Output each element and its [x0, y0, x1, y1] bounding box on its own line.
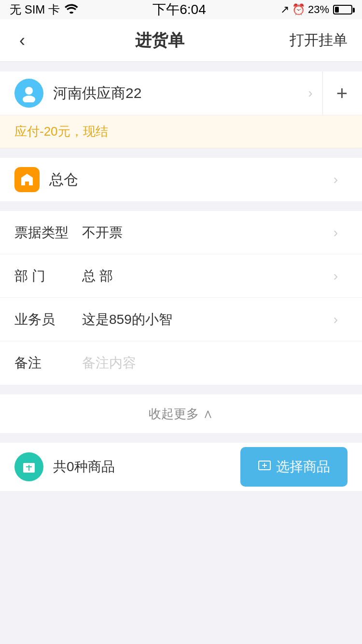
invoice-type-chevron-icon: ›	[334, 225, 338, 240]
salesperson-label: 业务员	[14, 310, 72, 329]
supplier-name: 河南供应商22	[53, 84, 298, 103]
supplier-card: 河南供应商22 › +	[0, 71, 362, 115]
wifi-icon	[65, 3, 78, 16]
warehouse-row[interactable]: 总仓 ›	[0, 158, 362, 201]
form-section: 票据类型 不开票 › 部 门 总 部 › 业务员 这是859的小智 › 备注 备…	[0, 211, 362, 385]
background-fill	[0, 491, 362, 631]
supplier-row[interactable]: 河南供应商22 ›	[14, 71, 323, 115]
select-product-label: 选择商品	[276, 458, 330, 476]
warehouse-section: 总仓 ›	[0, 158, 362, 201]
battery-percent: 23%	[308, 3, 329, 16]
carrier-text: 无 SIM 卡	[10, 2, 60, 17]
select-product-icon	[258, 459, 271, 476]
remark-placeholder[interactable]: 备注内容	[82, 354, 348, 372]
warehouse-icon	[14, 167, 40, 192]
svg-point-1	[23, 96, 35, 102]
warehouse-chevron-icon: ›	[334, 172, 338, 187]
salesperson-value: 这是859的小智	[82, 310, 324, 329]
warehouse-name: 总仓	[49, 170, 324, 190]
open-pending-button[interactable]: 打开挂单	[290, 30, 348, 50]
department-row[interactable]: 部 门 总 部 ›	[0, 254, 362, 298]
remark-row[interactable]: 备注 备注内容	[0, 341, 362, 385]
invoice-type-label: 票据类型	[14, 224, 72, 242]
nav-bar: ‹ 进货单 打开挂单	[0, 19, 362, 62]
status-bar: 无 SIM 卡 下午6:04 ↗ ⏰ 23%	[0, 0, 362, 19]
department-chevron-icon: ›	[334, 268, 338, 284]
salesperson-chevron-icon: ›	[334, 312, 338, 327]
svg-point-0	[25, 87, 33, 95]
department-value: 总 部	[82, 267, 324, 285]
invoice-type-row[interactable]: 票据类型 不开票 ›	[0, 211, 362, 254]
section-gap-1	[0, 62, 362, 71]
location-icon: ↗	[280, 3, 289, 16]
notice-bar: 应付-20元，现结	[0, 115, 362, 148]
collapse-label: 收起更多 ∧	[149, 406, 213, 422]
department-label: 部 门	[14, 267, 72, 285]
status-left: 无 SIM 卡	[10, 2, 78, 17]
product-bar: 共0种商品 选择商品	[0, 443, 362, 491]
product-icon	[14, 452, 43, 481]
back-button[interactable]: ‹	[14, 26, 30, 56]
invoice-type-value: 不开票	[82, 224, 324, 242]
status-time: 下午6:04	[153, 0, 206, 19]
notice-text: 应付-20元，现结	[14, 124, 108, 139]
remark-label: 备注	[14, 354, 72, 372]
select-product-button[interactable]: 选择商品	[240, 447, 348, 487]
supplier-avatar	[14, 79, 43, 108]
collapse-bar[interactable]: 收起更多 ∧	[0, 394, 362, 433]
salesperson-row[interactable]: 业务员 这是859的小智 ›	[0, 298, 362, 341]
add-supplier-button[interactable]: +	[323, 83, 348, 104]
alarm-icon: ⏰	[292, 3, 305, 16]
status-right: ↗ ⏰ 23%	[280, 3, 352, 16]
page-title: 进货单	[135, 29, 184, 52]
product-count: 共0种商品	[53, 458, 240, 476]
battery-icon	[333, 5, 352, 14]
supplier-chevron-icon: ›	[308, 85, 312, 101]
